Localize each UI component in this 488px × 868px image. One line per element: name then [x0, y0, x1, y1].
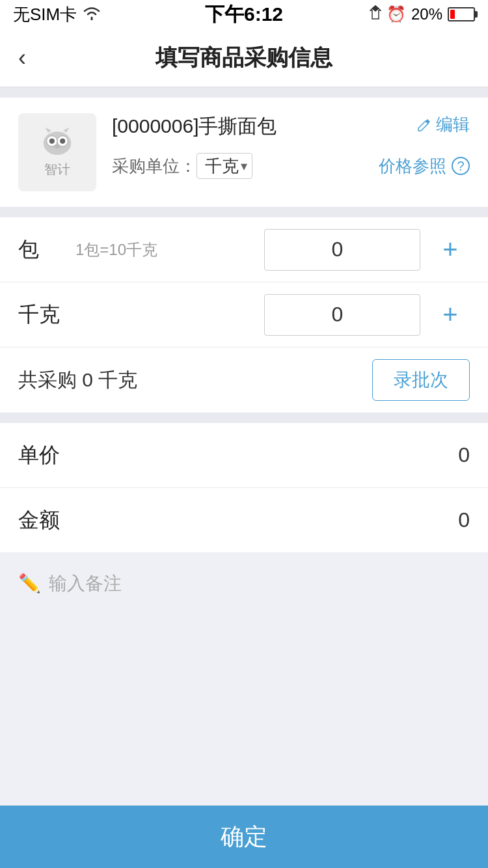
amount-value: 0	[458, 508, 470, 532]
unit-label: 采购单位：	[112, 155, 197, 178]
product-image: 智计	[18, 113, 96, 191]
price-label: 单价	[18, 441, 60, 470]
kg-label: 千克	[18, 301, 70, 329]
status-time: 下午6:12	[205, 1, 283, 28]
bag-section: 包 1包=10千克 + 千克 +	[0, 217, 488, 347]
top-divider	[0, 87, 488, 98]
bag-label: 包	[18, 236, 70, 264]
product-card: 智计 [0000006]手撕面包 编辑 采购单位： 千克	[0, 98, 488, 207]
bag-quantity-input[interactable]	[264, 229, 420, 271]
record-batch-button[interactable]: 录批次	[372, 359, 470, 401]
kg-input-row: 千克 +	[0, 282, 488, 347]
price-value: 0	[458, 443, 470, 467]
product-info: [0000006]手撕面包 编辑 采购单位： 千克 价格参照 ?	[112, 113, 470, 179]
bag-plus-button[interactable]: +	[431, 229, 470, 271]
bag-sub-label: 1包=10千克	[75, 239, 157, 260]
status-right: ⏰ 20%	[370, 5, 475, 23]
kg-plus-button[interactable]: +	[431, 294, 470, 336]
mid-divider-1	[0, 207, 488, 217]
back-button[interactable]: ‹	[18, 44, 26, 72]
confirm-button-label: 确定	[221, 821, 267, 853]
product-unit-row: 采购单位： 千克 价格参照 ?	[112, 153, 470, 179]
battery-icon	[448, 7, 475, 21]
product-name: [0000006]手撕面包	[112, 113, 277, 140]
mid-divider-2	[0, 413, 488, 423]
note-placeholder: 输入备注	[49, 571, 122, 596]
status-bar: 无SIM卡 下午6:12 ⏰ 20%	[0, 0, 488, 29]
price-row: 单价 0	[0, 423, 488, 488]
wifi-icon	[82, 5, 102, 25]
svg-marker-7	[63, 128, 70, 133]
total-row: 共采购 0 千克 录批次	[0, 347, 488, 413]
unit-select-wrap[interactable]: 千克	[197, 153, 252, 179]
price-ref-help-icon: ?	[452, 157, 470, 175]
kg-quantity-input[interactable]	[264, 294, 420, 336]
bag-input-row: 包 1包=10千克 +	[0, 217, 488, 282]
amount-label: 金额	[18, 506, 60, 535]
battery-percent: 20%	[411, 5, 442, 23]
total-label: 共采购 0 千克	[18, 367, 137, 394]
price-ref-button[interactable]: 价格参照 ?	[379, 155, 470, 178]
carrier-label: 无SIM卡	[13, 3, 77, 26]
svg-point-3	[49, 139, 55, 144]
svg-point-4	[60, 139, 65, 144]
product-header: [0000006]手撕面包 编辑	[112, 113, 470, 140]
location-icon	[370, 5, 381, 23]
alarm-icon: ⏰	[386, 5, 406, 23]
page-title: 填写商品采购信息	[156, 43, 332, 73]
svg-point-5	[54, 144, 61, 149]
note-section[interactable]: ✏️ 输入备注	[0, 553, 488, 631]
price-section: 单价 0 金额 0	[0, 423, 488, 553]
unit-select[interactable]: 千克	[197, 153, 252, 179]
svg-marker-6	[45, 128, 51, 133]
amount-row: 金额 0	[0, 488, 488, 553]
edit-button[interactable]: 编辑	[416, 113, 470, 136]
nav-bar: ‹ 填写商品采购信息	[0, 29, 488, 87]
pencil-icon: ✏️	[18, 573, 41, 594]
confirm-button[interactable]: 确定	[0, 806, 488, 868]
product-logo: 智计	[31, 126, 83, 178]
status-left: 无SIM卡	[13, 3, 102, 26]
